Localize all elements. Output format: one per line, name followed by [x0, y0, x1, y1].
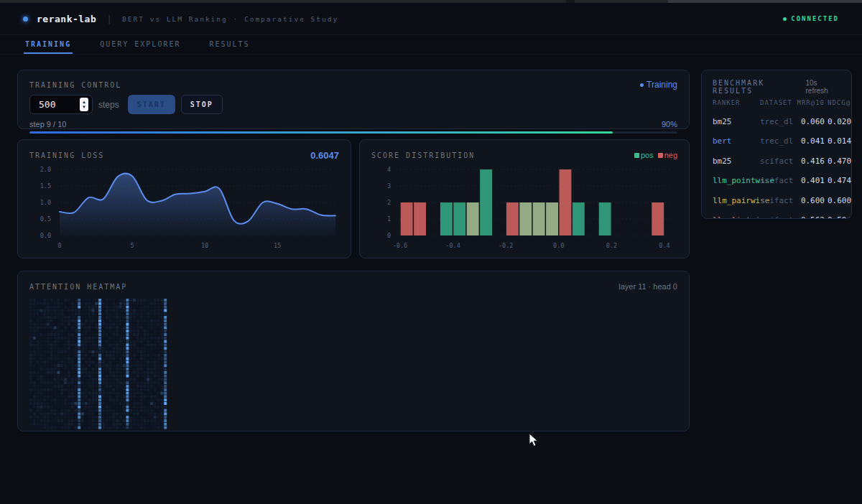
- ranker-cell: llm_pointwise: [713, 176, 757, 185]
- column-header-mrr10: MRR@10: [796, 99, 825, 106]
- ranker-cell: llm_pairwise: [713, 196, 757, 205]
- connected-dot-icon: [783, 17, 787, 21]
- ranker-cell: bm25: [713, 117, 757, 126]
- table-row: llm_pairwisescifact0.6000.600: [713, 196, 852, 205]
- connected-label: CONNECTED: [791, 15, 839, 22]
- tab-query-explorer[interactable]: QUERY EXPLORER: [98, 35, 182, 54]
- table-row: llm_listwisescifact0.5620.594: [713, 215, 852, 219]
- tab-training[interactable]: TRAINING: [24, 35, 73, 54]
- svg-text:15: 15: [274, 242, 281, 249]
- svg-text:5: 5: [130, 242, 134, 249]
- column-header-ndcg10: NDCG@10: [828, 99, 852, 106]
- connection-status: CONNECTED: [783, 15, 839, 22]
- svg-text:0: 0: [387, 232, 391, 239]
- column-header-ranker: RANKER: [713, 99, 757, 106]
- svg-text:1: 1: [387, 215, 391, 223]
- histogram-legend: posneg: [634, 151, 677, 159]
- progress-bar-fill: [29, 131, 613, 134]
- start-button[interactable]: START: [128, 95, 175, 114]
- training-loss-title: TRAINING LOSS: [29, 151, 104, 159]
- svg-text:0.0: 0.0: [40, 232, 51, 239]
- steps-input-value: 500: [39, 99, 80, 110]
- table-row: llm_pointwisescifact0.4010.474: [713, 176, 852, 185]
- svg-text:0.2: 0.2: [606, 242, 617, 249]
- logo-dot-icon: [23, 17, 28, 22]
- score-histogram: 01234-0.6-0.4-0.20.00.20.4: [371, 164, 679, 253]
- svg-text:10: 10: [201, 242, 208, 249]
- ranker-cell: llm_listwise: [713, 215, 757, 219]
- attention-heatmap-title: ATTENTION HEATMAP: [29, 283, 127, 291]
- svg-text:0: 0: [57, 242, 61, 249]
- training-status-badge: Training: [640, 80, 677, 90]
- app-header: rerank-lab | BERT vs LLM Ranking · Compa…: [0, 3, 862, 35]
- svg-text:-0.2: -0.2: [499, 242, 513, 249]
- table-row: bm25trec_dl0.0600.020: [713, 117, 852, 126]
- dataset-cell: scifact: [760, 215, 793, 219]
- number-stepper-icon[interactable]: ▲▼: [80, 98, 88, 111]
- mrr-cell: 0.416: [796, 157, 825, 166]
- app-title: rerank-lab: [37, 14, 96, 24]
- training-loss-panel: TRAINING LOSS 0.6047 0.00.51.01.52.00510…: [17, 139, 351, 258]
- app-root: rerank-lab | BERT vs LLM Ranking · Compa…: [0, 0, 862, 504]
- svg-text:1.5: 1.5: [40, 182, 51, 190]
- ranker-cell: bert: [713, 136, 757, 146]
- loss-line-chart: 0.00.51.01.52.0051015: [29, 164, 340, 253]
- benchmark-title: BENCHMARK RESULTS: [713, 79, 805, 95]
- header-divider: |: [106, 14, 112, 24]
- dataset-cell: trec_dl: [760, 136, 793, 146]
- dataset-cell: scifact: [760, 176, 793, 185]
- progress-bar: [29, 131, 677, 134]
- column-header-dataset: DATASET: [760, 99, 793, 106]
- benchmark-table-body: bm25trec_dl0.0600.020berttrec_dl0.0410.0…: [713, 117, 848, 220]
- mrr-cell: 0.060: [796, 117, 825, 126]
- svg-text:0.5: 0.5: [40, 215, 51, 223]
- refresh-interval-label: 10s refresh: [805, 79, 840, 95]
- mrr-cell: 0.401: [796, 176, 825, 185]
- svg-text:2: 2: [387, 199, 391, 206]
- attention-heatmap-canvas: [29, 299, 167, 430]
- tab-results[interactable]: RESULTS: [208, 35, 251, 54]
- ndcg-cell: 0.020: [828, 117, 852, 126]
- mrr-cell: 0.041: [796, 136, 825, 146]
- steps-label: steps: [98, 100, 119, 110]
- tab-bar: TRAININGQUERY EXPLORERRESULTS: [0, 35, 862, 55]
- ndcg-cell: 0.600: [828, 196, 852, 205]
- svg-text:2.0: 2.0: [40, 166, 51, 173]
- svg-text:4: 4: [387, 166, 391, 173]
- ranker-cell: bm25: [713, 157, 757, 166]
- svg-text:0.4: 0.4: [659, 242, 669, 249]
- mrr-cell: 0.562: [796, 215, 825, 219]
- training-control-title: TRAINING CONTROL: [29, 81, 121, 89]
- benchmark-results-panel: BENCHMARK RESULTS 10s refresh RANKERDATA…: [701, 70, 852, 219]
- legend-item-neg: neg: [658, 151, 677, 159]
- score-distribution-title: SCORE DISTRIBUTION: [371, 151, 475, 159]
- svg-text:-0.6: -0.6: [393, 242, 407, 249]
- legend-item-pos: pos: [634, 151, 654, 159]
- svg-text:0.0: 0.0: [553, 242, 564, 249]
- training-status-label: Training: [646, 80, 677, 90]
- training-status-dot-icon: [640, 83, 644, 87]
- score-distribution-panel: SCORE DISTRIBUTION posneg 01234-0.6-0.4-…: [359, 139, 690, 258]
- stop-button[interactable]: STOP: [181, 95, 223, 114]
- training-control-panel: TRAINING CONTROL Training 500 ▲▼ steps S…: [17, 70, 690, 129]
- attention-heatmap-panel: ATTENTION HEATMAP layer 11 · head 0: [17, 271, 690, 431]
- legend-swatch-icon: [634, 153, 639, 158]
- table-row: bm25scifact0.4160.470: [713, 157, 852, 166]
- dataset-cell: scifact: [760, 157, 793, 166]
- progress-percent: 90%: [662, 120, 677, 129]
- header-subtitle: BERT vs LLM Ranking · Comparative Study: [122, 15, 338, 23]
- benchmark-column-headers: RANKERDATASETMRR@10NDCG@10: [713, 99, 852, 106]
- svg-text:3: 3: [387, 182, 391, 190]
- legend-swatch-icon: [658, 153, 663, 158]
- steps-input[interactable]: 500 ▲▼: [29, 95, 93, 114]
- svg-text:1.0: 1.0: [40, 199, 51, 206]
- ndcg-cell: 0.470: [828, 157, 852, 166]
- dataset-cell: trec_dl: [760, 117, 793, 126]
- ndcg-cell: 0.594: [828, 215, 852, 219]
- table-row: berttrec_dl0.0410.014: [713, 136, 852, 146]
- layer-head-label: layer 11 · head 0: [618, 282, 677, 291]
- svg-text:-0.4: -0.4: [445, 242, 460, 249]
- mrr-cell: 0.600: [796, 196, 825, 205]
- ndcg-cell: 0.474: [828, 176, 852, 185]
- current-loss-value: 0.6047: [310, 150, 339, 161]
